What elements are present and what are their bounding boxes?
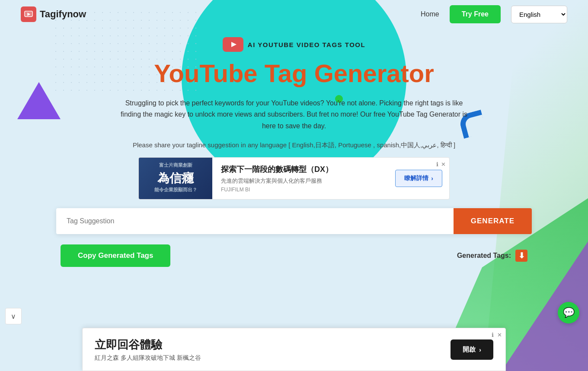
youtube-icon xyxy=(223,37,243,52)
ad-top-cta-arrow: › xyxy=(431,175,433,182)
generated-tags-section: Generated Tags: ⬇ xyxy=(457,250,527,262)
navbar: Tagifynow Home Try Free English Spanish … xyxy=(0,0,588,29)
ad-bottom-cta-button[interactable]: 開啟 › xyxy=(451,339,493,360)
page-title: YouTube Tag Generator xyxy=(9,60,579,87)
ad-top-image: 富士片商業創新 為信癮 能令企業股顯而出？ xyxy=(139,158,212,199)
ad-bottom-content: 立即回谷體驗 紅月之森 多人組隊攻破地下城 新楓之谷 xyxy=(95,337,451,362)
actions-row: Copy Generated Tags Generated Tags: ⬇ xyxy=(56,244,532,267)
chat-button[interactable]: 💬 xyxy=(558,302,579,323)
language-hint: Please share your tagline suggestion in … xyxy=(9,141,579,149)
logo-icon xyxy=(21,6,36,22)
main-content: AI YOUTUBE VIDEO TAGS TOOL YouTube Tag G… xyxy=(0,29,588,267)
ad-top-info-button[interactable]: ℹ xyxy=(436,161,438,168)
tag-suggestion-input[interactable] xyxy=(56,208,454,234)
ad-bottom-controls: ℹ ✕ xyxy=(492,332,502,338)
generate-button[interactable]: GENERATE xyxy=(454,208,532,234)
ad-banner-bottom: 立即回谷體驗 紅月之森 多人組隊攻破地下城 新楓之谷 開啟 › ℹ ✕ xyxy=(82,328,506,371)
brand-logo[interactable]: Tagifynow xyxy=(21,6,86,22)
nav-home-link[interactable]: Home xyxy=(421,10,439,18)
tool-badge-label: AI YOUTUBE VIDEO TAGS TOOL xyxy=(248,41,365,48)
ad-banner-top: 富士片商業創新 為信癮 能令企業股顯而出？ 探索下一階段的數碼轉型（DX） 先進… xyxy=(138,157,450,200)
ad-bottom-cta-label: 開啟 xyxy=(463,346,476,354)
ad-top-brand: FUJIFILM BI xyxy=(221,187,387,193)
ad-bottom-desc: 紅月之森 多人組隊攻破地下城 新楓之谷 xyxy=(95,354,451,362)
try-free-button[interactable]: Try Free xyxy=(450,5,501,23)
ad-top-big-text: 為信癮 xyxy=(157,170,194,187)
scroll-down-button[interactable]: ∨ xyxy=(5,308,22,324)
tool-badge: AI YOUTUBE VIDEO TAGS TOOL xyxy=(223,37,365,52)
brand-name: Tagifynow xyxy=(40,9,86,20)
ad-top-brand-sub2: 能令企業股顯而出？ xyxy=(154,187,197,193)
ad-top-cta-label: 瞭解詳情 xyxy=(404,174,428,182)
download-tags-button[interactable]: ⬇ xyxy=(515,250,527,262)
nav-right: Home Try Free English Spanish Portuguese… xyxy=(421,5,567,23)
ad-bottom-cta-arrow: › xyxy=(479,346,481,353)
ad-bottom-title: 立即回谷體驗 xyxy=(95,337,451,352)
ad-top-brand-sub: 富士片商業創新 xyxy=(159,162,192,168)
ad-top-close-button[interactable]: ✕ xyxy=(441,161,446,168)
ad-top-controls: ℹ ✕ xyxy=(436,161,446,168)
ad-bottom-info-button[interactable]: ℹ xyxy=(492,332,494,338)
ad-top-cta-button[interactable]: 瞭解詳情 › xyxy=(395,170,442,187)
language-select[interactable]: English Spanish Portuguese Chinese Arabi… xyxy=(511,6,567,23)
generated-tags-label: Generated Tags: xyxy=(457,252,511,260)
ad-top-desc: 先進的雲端解決方案與個人化的客戶服務 xyxy=(221,177,387,185)
copy-tags-button[interactable]: Copy Generated Tags xyxy=(61,244,170,267)
ad-top-title: 探索下一階段的數碼轉型（DX） xyxy=(221,164,387,174)
hero-subtitle: Struggling to pick the perfect keywords … xyxy=(117,98,471,132)
ad-bottom-close-button[interactable]: ✕ xyxy=(497,332,502,338)
chat-icon: 💬 xyxy=(563,307,575,318)
ad-top-content: 探索下一階段的數碼轉型（DX） 先進的雲端解決方案與個人化的客戶服務 FUJIF… xyxy=(212,158,395,199)
input-row: GENERATE xyxy=(56,208,532,234)
